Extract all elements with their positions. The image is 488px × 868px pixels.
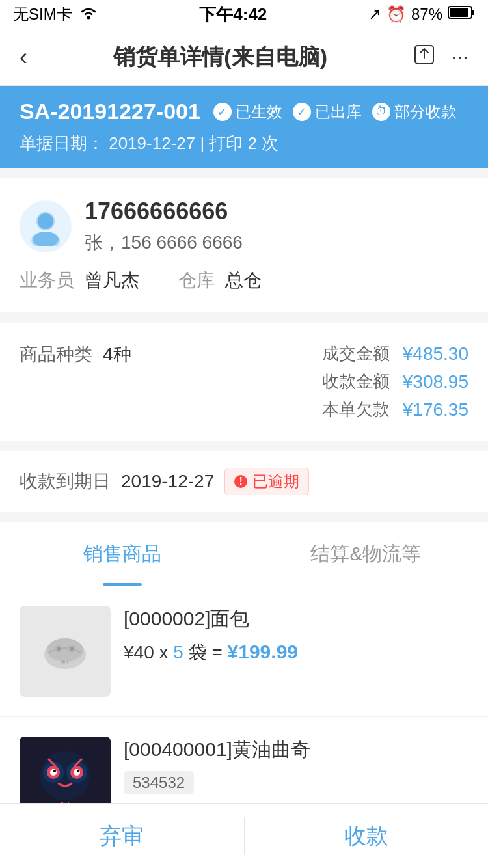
deal-amount-value: ¥485.30 xyxy=(403,344,468,364)
status-right: ↗ ⏰ 87% xyxy=(368,5,475,23)
svg-point-24 xyxy=(53,770,56,772)
overdue-text: 已逾期 xyxy=(252,471,299,492)
customer-meta: 业务员 曾凡杰 仓库 总仓 xyxy=(20,268,468,293)
overdue-badge: ! 已逾期 xyxy=(224,468,309,495)
clock-icon: ⏱ xyxy=(372,103,390,121)
deal-amount: 成交金额 ¥485.30 xyxy=(322,342,468,365)
check-icon-2: ✓ xyxy=(293,103,311,121)
product-item: ♣+ [0000002]面包 ¥40 x 5 袋 = ¥199.99 xyxy=(0,586,488,717)
nav-bar: ‹ 销货单详情(来自电脑) ··· xyxy=(0,29,488,86)
product-qty-bread: 5 xyxy=(173,642,183,662)
svg-text:♣+: ♣+ xyxy=(61,658,70,666)
back-button[interactable]: ‹ xyxy=(20,44,27,71)
badge-shipped: ✓ 已出库 xyxy=(293,102,362,122)
product-sku-badge: 534532 xyxy=(124,771,194,794)
alarm-icon: ⏰ xyxy=(386,5,406,23)
status-bar: 无SIM卡 下午4:42 ↗ ⏰ 87% xyxy=(0,0,488,29)
svg-point-13 xyxy=(57,647,61,651)
svg-point-0 xyxy=(87,16,90,20)
received-amount-value: ¥308.95 xyxy=(403,372,468,392)
product-total-bread: ¥199.99 xyxy=(228,641,298,662)
warehouse-info: 仓库 总仓 xyxy=(178,268,262,293)
status-time: 下午4:42 xyxy=(199,3,267,26)
received-amount-label: 收款金额 xyxy=(322,370,390,393)
financial-stats: 成交金额 ¥485.30 收款金额 ¥308.95 本单欠款 ¥176.35 xyxy=(322,342,468,421)
status-left: 无SIM卡 xyxy=(13,4,98,25)
svg-point-14 xyxy=(70,647,74,651)
debt-amount-label: 本单欠款 xyxy=(322,398,390,421)
received-amount: 收款金额 ¥308.95 xyxy=(322,370,468,393)
salesperson-info: 业务员 曾凡杰 xyxy=(20,268,139,293)
customer-details: 17666666666 张，156 6666 6666 xyxy=(85,198,243,255)
share-icon[interactable] xyxy=(413,44,435,71)
salesperson-label: 业务员 xyxy=(20,268,74,293)
salesperson-name: 曾凡杰 xyxy=(85,268,139,293)
location-icon: ↗ xyxy=(368,5,381,23)
header-banner: SA-20191227-001 ✓ 已生效 ✓ 已出库 ⏱ 部分收款 单据日期：… xyxy=(0,86,488,168)
type-label: 商品种类 xyxy=(20,342,92,367)
svg-rect-3 xyxy=(450,8,468,17)
customer-section: 17666666666 张，156 6666 6666 业务员 曾凡杰 仓库 总… xyxy=(0,178,488,312)
product-info-bread: [0000002]面包 ¥40 x 5 袋 = ¥199.99 xyxy=(124,606,468,665)
svg-point-23 xyxy=(74,769,80,776)
debt-amount-value: ¥176.35 xyxy=(403,400,468,420)
header-date: 单据日期： 2019-12-27 | 打印 2 次 xyxy=(20,132,468,155)
overdue-dot-icon: ! xyxy=(234,475,247,488)
product-name-cookie: [000400001]黄油曲奇 xyxy=(124,737,468,763)
customer-name-phone: 张，156 6666 6666 xyxy=(85,230,243,255)
battery-icon xyxy=(448,5,475,23)
due-date-label: 收款到期日 xyxy=(20,469,111,494)
status-badges: ✓ 已生效 ✓ 已出库 ⏱ 部分收款 xyxy=(213,102,457,122)
stats-section: 商品种类 4种 成交金额 ¥485.30 收款金额 ¥308.95 本单欠款 ¥… xyxy=(0,323,488,441)
debt-amount: 本单欠款 ¥176.35 xyxy=(322,398,468,421)
tabs-container: 销售商品 结算&物流等 xyxy=(0,522,488,586)
badge-partial-payment: ⏱ 部分收款 xyxy=(372,102,457,122)
product-type-count: 商品种类 4种 xyxy=(20,342,131,367)
badge-effective: ✓ 已生效 xyxy=(213,102,282,122)
nav-actions: ··· xyxy=(413,44,468,71)
deal-amount-label: 成交金额 xyxy=(322,342,390,365)
order-id: SA-20191227-001 xyxy=(20,99,200,124)
wifi-icon xyxy=(79,5,98,23)
svg-point-25 xyxy=(77,770,79,772)
cancel-audit-button[interactable]: 弃审 xyxy=(0,804,244,868)
type-count: 4种 xyxy=(103,342,131,367)
svg-rect-2 xyxy=(472,10,474,15)
product-name-bread: [0000002]面包 xyxy=(124,606,468,632)
network-indicator: 无SIM卡 xyxy=(13,4,72,25)
svg-point-22 xyxy=(50,769,57,776)
customer-phone: 17666666666 xyxy=(85,198,243,225)
tab-settlement[interactable]: 结算&物流等 xyxy=(244,522,488,586)
due-section: 收款到期日 2019-12-27 ! 已逾期 xyxy=(0,451,488,512)
avatar xyxy=(20,200,72,252)
check-icon-1: ✓ xyxy=(213,103,232,121)
warehouse-name: 总仓 xyxy=(225,268,262,293)
product-image-bread: ♣+ xyxy=(20,606,111,697)
warehouse-label: 仓库 xyxy=(178,268,215,293)
product-price-bread: ¥40 x 5 袋 = ¥199.99 xyxy=(124,640,468,665)
tab-products[interactable]: 销售商品 xyxy=(0,522,244,586)
due-date-value: 2019-12-27 xyxy=(121,471,214,492)
battery-text: 87% xyxy=(411,5,442,23)
tabs: 销售商品 结算&物流等 xyxy=(0,522,488,586)
svg-point-7 xyxy=(38,213,53,229)
payment-button[interactable]: 收款 xyxy=(245,804,489,868)
more-icon[interactable]: ··· xyxy=(451,45,468,69)
page-title: 销货单详情(来自电脑) xyxy=(113,42,327,72)
bottom-bar: 弃审 收款 xyxy=(0,803,488,868)
